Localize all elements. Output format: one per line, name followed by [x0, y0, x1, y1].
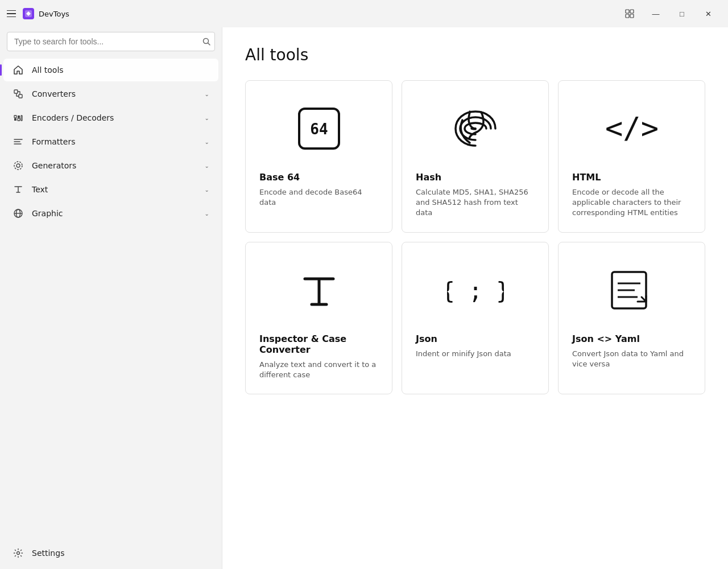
svg-text:</>: </>	[605, 111, 659, 145]
formatters-icon	[13, 136, 24, 147]
sidebar-item-label: All tools	[32, 65, 209, 75]
sidebar-item-label: Graphic	[32, 209, 197, 218]
tool-name: Hash	[416, 172, 441, 183]
svg-line-6	[208, 43, 210, 46]
base64-icon: 64	[259, 94, 378, 163]
tool-description: Calculate MD5, SHA1, SHA256 and SHA512 h…	[416, 187, 535, 218]
sidebar-item-settings[interactable]: Settings	[3, 542, 218, 564]
sidebar-item-label: Text	[32, 185, 197, 194]
tool-description: Analyze text and convert it to a differe…	[259, 360, 378, 380]
tool-description: Encode and decode Base64 data	[259, 187, 378, 208]
tool-card-inspector-case[interactable]: Inspector & Case Converter Analyze text …	[245, 242, 392, 394]
chevron-down-icon: ⌄	[205, 211, 209, 217]
sidebar-item-label: Generators	[32, 161, 197, 170]
sidebar-item-label: Converters	[32, 89, 197, 98]
sidebar-item-converters[interactable]: Converters ⌄	[3, 83, 218, 105]
tool-name: Json	[416, 333, 437, 344]
tool-card-json[interactable]: { ; } Json Indent or minify Json data	[402, 242, 549, 394]
tool-name: HTML	[572, 172, 601, 183]
sidebar-item-all-tools[interactable]: All tools	[3, 59, 218, 81]
chevron-down-icon: ⌄	[205, 163, 209, 169]
sidebar-item-formatters[interactable]: Formatters ⌄	[3, 130, 218, 153]
svg-rect-8	[19, 94, 22, 98]
sidebar: All tools Converters ⌄	[0, 27, 222, 569]
svg-rect-9	[14, 116, 16, 118]
tool-name: Base 64	[259, 172, 300, 183]
converters-icon	[13, 88, 24, 100]
sidebar-item-label: Formatters	[32, 137, 197, 146]
svg-rect-3	[626, 14, 629, 18]
tool-description: Encode or decode all the applicable char…	[572, 187, 691, 218]
search-button[interactable]	[202, 38, 210, 46]
tool-name: Inspector & Case Converter	[259, 333, 378, 355]
sidebar-item-encoders-decoders[interactable]: Encoders / Decoders ⌄	[3, 106, 218, 129]
close-button[interactable]: ✕	[695, 5, 721, 23]
sidebar-item-generators[interactable]: Generators ⌄	[3, 154, 218, 177]
svg-point-17	[16, 164, 20, 167]
hamburger-menu-icon[interactable]	[7, 8, 18, 19]
svg-rect-10	[18, 116, 20, 118]
text-icon	[13, 184, 24, 195]
json-icon: { ; }	[416, 256, 535, 324]
maximize-button[interactable]: □	[669, 5, 695, 23]
chevron-down-icon: ⌄	[205, 91, 209, 97]
svg-rect-2	[630, 10, 634, 13]
encoders-icon	[13, 112, 24, 123]
titlebar: DevToys — □ ✕	[0, 0, 728, 27]
graphic-icon	[13, 208, 24, 219]
html-icon: </>	[572, 94, 691, 163]
main-layout: All tools Converters ⌄	[0, 27, 728, 569]
chevron-down-icon: ⌄	[205, 139, 209, 145]
tool-card-hash[interactable]: Hash Calculate MD5, SHA1, SHA256 and SHA…	[402, 80, 549, 233]
svg-point-18	[14, 162, 22, 170]
svg-rect-7	[14, 90, 18, 93]
tools-grid: 64 Base 64 Encode and decode Base64 data	[245, 80, 705, 394]
search-input[interactable]	[7, 32, 215, 51]
svg-rect-1	[626, 10, 629, 13]
page-title: All tools	[245, 46, 705, 64]
sidebar-item-label: Settings	[32, 549, 209, 558]
settings-icon	[13, 547, 24, 559]
sidebar-item-text[interactable]: Text ⌄	[3, 178, 218, 201]
svg-rect-12	[18, 118, 20, 121]
generators-icon	[13, 160, 24, 171]
chevron-down-icon: ⌄	[205, 187, 209, 193]
tool-card-html[interactable]: </> HTML Encode or decode all the applic…	[558, 80, 705, 233]
content-area: All tools 64 Base 64 Encode and decode B…	[222, 27, 728, 569]
search-bar	[7, 32, 215, 51]
svg-rect-4	[630, 14, 634, 18]
tool-card-base64[interactable]: 64 Base 64 Encode and decode Base64 data	[245, 80, 392, 233]
tool-description: Convert Json data to Yaml and vice versa	[572, 349, 691, 369]
hash-icon	[416, 94, 535, 163]
svg-point-22	[17, 552, 20, 555]
app-icon	[23, 8, 34, 19]
home-icon	[13, 64, 24, 76]
sidebar-item-label: Encoders / Decoders	[32, 113, 197, 122]
tool-name: Json <> Yaml	[572, 333, 640, 344]
minimize-button[interactable]: —	[643, 5, 669, 23]
svg-rect-13	[21, 116, 22, 121]
inspector-icon	[259, 256, 378, 324]
sidebar-item-graphic[interactable]: Graphic ⌄	[3, 202, 218, 225]
svg-text:64: 64	[310, 121, 328, 138]
snap-layout-icon[interactable]	[617, 5, 643, 23]
svg-text:{ ; }: { ; }	[447, 278, 504, 304]
chevron-down-icon: ⌄	[205, 115, 209, 121]
svg-rect-11	[14, 118, 16, 121]
tool-description: Indent or minify Json data	[416, 349, 511, 359]
app-title: DevToys	[39, 10, 617, 18]
tool-card-json-yaml[interactable]: Json <> Yaml Convert Json data to Yaml a…	[558, 242, 705, 394]
json-yaml-icon	[572, 256, 691, 324]
